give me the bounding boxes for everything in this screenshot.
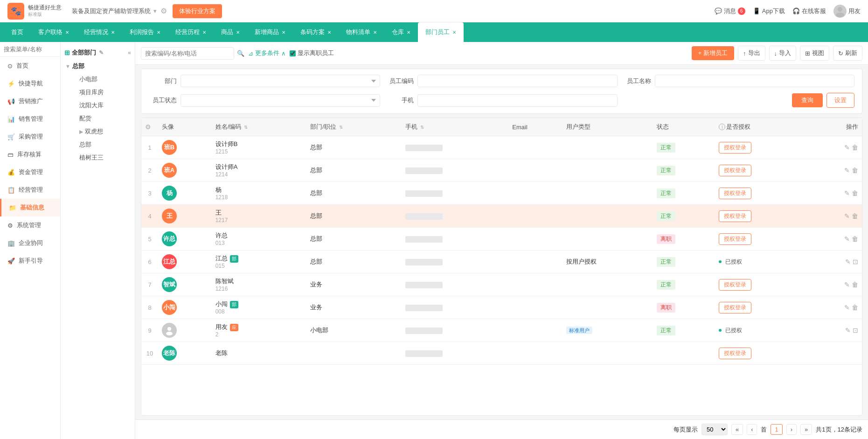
sidebar-item-corp[interactable]: 🏢企业协同	[0, 234, 60, 252]
auth-login-btn[interactable]: 授权登录	[719, 279, 751, 291]
close-barcode-tab[interactable]: ✕	[327, 30, 331, 35]
tab-customer[interactable]: 客户联络 ✕	[31, 22, 76, 42]
sidebar-item-basic[interactable]: 📁基础信息	[0, 199, 60, 216]
sidebar-item-finance[interactable]: 💰资金管理	[0, 163, 60, 181]
next-page-btn[interactable]: ›	[786, 424, 797, 435]
dept-item-zhishu[interactable]: 植树王三	[70, 151, 135, 164]
message-btn[interactable]: 💬 消息 6	[715, 7, 745, 15]
dept-sort-icon[interactable]: ⇅	[339, 125, 343, 130]
delete-btn[interactable]: 🗑	[852, 212, 858, 220]
search-icon[interactable]: 🔍	[237, 50, 244, 57]
tab-history[interactable]: 经营历程 ✕	[168, 22, 214, 42]
edit-btn[interactable]: ✎	[845, 258, 851, 265]
close-dept-tab[interactable]: ✕	[452, 30, 456, 35]
system-expand-icon[interactable]: ▾	[153, 7, 157, 14]
sidebar-item-sales[interactable]: 📊销售管理	[0, 110, 60, 128]
edit-btn[interactable]: ✎	[844, 304, 850, 311]
dept-edit-icon[interactable]: ✎	[99, 49, 104, 56]
copy-btn[interactable]: ⊡	[853, 327, 858, 334]
trial-btn[interactable]: 体验行业方案	[173, 4, 222, 18]
tab-ops[interactable]: 经营情况 ✕	[76, 22, 122, 42]
export-btn[interactable]: ↑导出	[738, 46, 765, 61]
copy-btn[interactable]: ⊡	[853, 258, 858, 265]
sidebar-item-marketing[interactable]: 📢营销推广	[0, 92, 60, 110]
auth-login-btn[interactable]: 授权登录	[719, 233, 751, 245]
close-warehouse-tab[interactable]: ✕	[407, 30, 410, 35]
tab-dept[interactable]: 部门员工 ✕	[418, 22, 464, 42]
name-sort-icon[interactable]: ⇅	[244, 125, 248, 130]
dept-collapse-btn[interactable]: «	[128, 49, 131, 56]
dept-item-shenyangdaku[interactable]: 沈阳大库	[70, 99, 135, 112]
edit-btn[interactable]: ✎	[844, 167, 850, 174]
auth-info-icon[interactable]: i	[719, 124, 725, 130]
page-size-select[interactable]: 50 20 100	[701, 424, 728, 435]
sidebar-item-purchase[interactable]: 🛒采购管理	[0, 128, 60, 146]
tab-warehouse[interactable]: 仓库 ✕	[384, 22, 418, 42]
prev-page-btn[interactable]: ‹	[747, 424, 757, 435]
auth-login-btn[interactable]: 授权登录	[719, 188, 751, 199]
dept-item-xiaodibu[interactable]: 小电部	[70, 73, 135, 86]
emp-name-input[interactable]	[655, 75, 854, 87]
delete-btn[interactable]: 🗑	[852, 144, 858, 151]
edit-btn[interactable]: ✎	[844, 281, 850, 288]
dept-item-shuanghu[interactable]: ▶ 双虎想	[70, 125, 135, 138]
delete-btn[interactable]: 🗑	[852, 281, 858, 288]
search-submit-btn[interactable]: 查询	[792, 93, 823, 107]
table-settings-icon[interactable]: ⚙	[145, 123, 151, 131]
auth-login-btn[interactable]: 授权登录	[719, 210, 751, 222]
tab-add-goods[interactable]: 新增商品 ✕	[247, 22, 293, 42]
dept-item-xiangmukufang[interactable]: 项目库房	[70, 86, 135, 99]
tab-profit[interactable]: 利润报告 ✕	[122, 22, 168, 42]
phone-sort-icon[interactable]: ⇅	[420, 125, 424, 130]
add-employee-btn[interactable]: + 新增员工	[692, 46, 734, 60]
delete-btn[interactable]: 🗑	[852, 167, 858, 174]
sidebar-item-system[interactable]: ⚙系统管理	[0, 216, 60, 234]
auth-login-btn[interactable]: 授权登录	[719, 142, 751, 153]
phone-input[interactable]	[417, 94, 617, 107]
dept-group-zongbu[interactable]: ▼ 总部	[61, 60, 135, 73]
delete-btn[interactable]: 🗑	[852, 304, 858, 311]
app-download-btn[interactable]: 📱 App下载	[753, 7, 785, 15]
close-customer-tab[interactable]: ✕	[65, 30, 69, 35]
dept-select[interactable]	[181, 75, 380, 87]
tab-goods[interactable]: 商品 ✕	[214, 22, 247, 42]
sidebar-search-input[interactable]	[4, 46, 61, 53]
refresh-btn[interactable]: ↻刷新	[833, 46, 862, 61]
edit-btn[interactable]: ✎	[844, 212, 850, 220]
close-bom-tab[interactable]: ✕	[373, 30, 377, 35]
close-history-tab[interactable]: ✕	[202, 30, 206, 35]
first-page-btn[interactable]: «	[731, 424, 743, 435]
online-service-btn[interactable]: 🎧 在线客服	[792, 7, 826, 15]
sidebar-item-home[interactable]: ⊙首页	[0, 57, 60, 75]
import-btn[interactable]: ↓导入	[769, 46, 797, 61]
edit-btn[interactable]: ✎	[844, 235, 850, 243]
user-info[interactable]: 用友	[833, 5, 861, 18]
tab-barcode[interactable]: 条码方案 ✕	[293, 22, 339, 42]
last-page-btn[interactable]: »	[800, 424, 812, 435]
auth-login-btn[interactable]: 授权登录	[719, 302, 751, 314]
emp-status-select[interactable]	[181, 94, 380, 107]
search-input[interactable]	[141, 47, 234, 60]
sidebar-item-quick[interactable]: ⚡快捷导航	[0, 75, 60, 92]
tab-bom[interactable]: 物料清单 ✕	[339, 22, 384, 42]
dept-item-peihuo[interactable]: 配货	[70, 112, 135, 125]
delete-btn[interactable]: 🗑	[852, 189, 858, 197]
filter-btn[interactable]: ⊿ 更多条件 ∧	[248, 49, 286, 57]
close-add-goods-tab[interactable]: ✕	[282, 30, 285, 35]
edit-btn[interactable]: ✎	[844, 189, 850, 197]
close-goods-tab[interactable]: ✕	[236, 30, 240, 35]
tab-home[interactable]: 首页	[4, 22, 31, 42]
edit-btn[interactable]: ✎	[844, 144, 850, 151]
close-ops-tab[interactable]: ✕	[111, 30, 115, 35]
auth-login-btn[interactable]: 授权登录	[719, 165, 751, 176]
settings-submit-btn[interactable]: 设置	[826, 93, 854, 108]
show-resigned-checkbox[interactable]	[290, 50, 296, 56]
edit-btn[interactable]: ✎	[845, 327, 851, 334]
close-profit-tab[interactable]: ✕	[157, 30, 160, 35]
sidebar-item-ops[interactable]: 📋经营管理	[0, 181, 60, 199]
settings-icon[interactable]: ⚙	[160, 7, 167, 15]
emp-code-input[interactable]	[417, 75, 617, 87]
auth-login-btn[interactable]: 授权登录	[719, 348, 751, 359]
sidebar-item-guide[interactable]: 🚀新手引导	[0, 252, 60, 270]
delete-btn[interactable]: 🗑	[852, 235, 858, 243]
